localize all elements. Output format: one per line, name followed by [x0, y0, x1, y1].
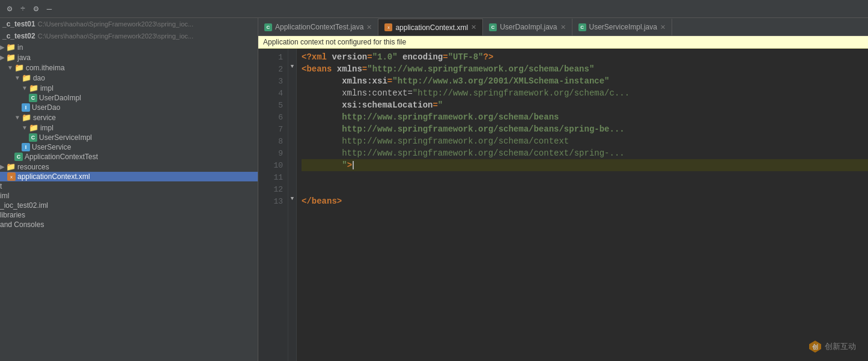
editor-wrapper: 1 2 3 4 5 6 7 8 9 10 11 12 13 ▼ [258, 49, 868, 361]
line-num-2: 2 [258, 63, 288, 75]
minimize-icon[interactable]: — [44, 4, 54, 14]
line-num-10: 10 [258, 159, 288, 171]
xml-pi-enc-attr: encoding [398, 52, 443, 62]
close-quote: " [302, 160, 347, 170]
app-class-icon: C [14, 153, 23, 161]
xml-pi-open: <?xml [302, 52, 332, 62]
main-layout: _c_test01 C:\Users\haohao\SpringFramewor… [0, 18, 868, 361]
url-context: http://www.springframework.org/schema/co… [302, 136, 569, 146]
sidebar-item-label: resources [17, 163, 49, 171]
code-line-12 [302, 183, 868, 195]
cursor [353, 161, 354, 169]
sidebar-item-UserServiceImpl[interactable]: C UserServiceImpl [0, 133, 258, 142]
code-line-5: xsi:schemaLocation=" [302, 99, 868, 111]
arrow-icon [14, 74, 20, 81]
sidebar-item-service[interactable]: 📁 service [0, 112, 258, 123]
sidebar-item-libraries[interactable]: libraries [0, 210, 258, 220]
xml-pi-ver-val: "1.0" [372, 52, 398, 62]
sidebar-item-label: UserService [32, 143, 71, 151]
line-num-12: 12 [258, 183, 288, 195]
sidebar-item-t[interactable]: t [0, 181, 258, 191]
sidebar-item-label: ApplicationContextTest [25, 153, 98, 161]
xmlns-xsi-attr: xmlns:xsi [302, 76, 387, 86]
xml-icon: x [7, 172, 16, 181]
xml-pi-enc-val: "UTF-8" [448, 52, 484, 62]
folder-icon: 📁 [22, 113, 31, 122]
sidebar-item-ApplicationContextTest[interactable]: C ApplicationContextTest [0, 152, 258, 162]
gear-icon[interactable]: ⚙ [31, 4, 41, 14]
code-line-10: "> [302, 159, 868, 171]
beans-close-tag: </beans> [302, 196, 342, 206]
code-content[interactable]: <?xml version="1.0" encoding="UTF-8"?> <… [297, 49, 868, 361]
sidebar-item-in[interactable]: 📁 in [0, 42, 258, 52]
arrow-icon [14, 114, 20, 121]
sidebar-item-label: UserServiceImpl [39, 133, 92, 142]
sidebar-item-impl-service[interactable]: 📁 impl [0, 123, 258, 133]
tab-class-icon: C [578, 23, 586, 31]
sidebar-item-label: impl [40, 124, 53, 132]
sidebar-item-label: UserDao [32, 103, 60, 112]
divide-icon[interactable]: ÷ [18, 4, 28, 14]
tab-close-icon[interactable]: ✕ [660, 23, 666, 31]
sidebar-item-java[interactable]: 📁 java [0, 52, 258, 62]
tab-UserServiceImpl[interactable]: C UserServiceImpl.java ✕ [572, 19, 672, 35]
fold-marker-12 [288, 181, 296, 193]
tab-label: applicationContext.xml [395, 23, 468, 32]
project-entry-2[interactable]: _c_test02 C:\Users\haohao\SpringFramewor… [0, 30, 258, 42]
code-line-6: http://www.springframework.org/schema/be… [302, 111, 868, 123]
sidebar-item-label: in [17, 43, 23, 52]
sidebar-item-applicationContext-xml[interactable]: x applicationContext.xml [0, 172, 258, 181]
code-line-1: <?xml version="1.0" encoding="UTF-8"?> [302, 51, 868, 63]
tab-UserDaoImpl[interactable]: C UserDaoImpl.java ✕ [483, 19, 572, 35]
fold-marker-3 [288, 73, 296, 85]
url-beans-spring: http://www.springframework.org/schema/be… [302, 124, 625, 134]
tab-ApplicationContextTest[interactable]: C ApplicationContextTest.java ✕ [258, 19, 378, 35]
tab-close-icon[interactable]: ✕ [471, 23, 476, 31]
line-numbers: 1 2 3 4 5 6 7 8 9 10 11 12 13 [258, 49, 288, 361]
tab-label: UserServiceImpl.java [589, 23, 657, 31]
project-entry-1[interactable]: _c_test01 C:\Users\haohao\SpringFramewor… [0, 18, 258, 30]
sidebar-item-label: applicationContext.xml [17, 172, 90, 181]
line-num-13: 13 [258, 195, 288, 207]
xml-pi-ver-attr: version [332, 52, 367, 62]
sidebar-item-impl-dao[interactable]: 📁 impl [0, 83, 258, 93]
tab-xml-icon: x [384, 23, 392, 31]
tab-close-icon[interactable]: ✕ [560, 23, 566, 31]
fold-marker-13[interactable]: ▼ [288, 193, 296, 205]
beans-open-tag: <beans [302, 64, 337, 74]
project-name-2: _c_test02 [2, 32, 35, 40]
watermark-label: 创新互动 [825, 341, 856, 352]
url-beans: http://www.springframework.org/schema/be… [302, 112, 559, 122]
settings-icon[interactable]: ⚙ [5, 4, 14, 14]
sidebar-item-UserService[interactable]: I UserService [0, 142, 258, 152]
code-line-8: http://www.springframework.org/schema/co… [302, 135, 868, 147]
sidebar-item-iml[interactable]: iml [0, 191, 258, 201]
project-path-2: C:\Users\haohao\SpringFramework2023\spri… [38, 32, 193, 40]
xsi-attr: xsi:schemaLocation [302, 100, 432, 110]
interface-icon: I [22, 143, 30, 151]
tab-class-icon: C [264, 23, 272, 31]
sidebar-item-UserDaoImpl[interactable]: C UserDaoImpl [0, 93, 258, 103]
project-name-1: _c_test01 [2, 20, 35, 28]
fold-marker-2[interactable]: ▼ [288, 61, 296, 73]
sidebar-item-dao[interactable]: 📁 dao [0, 73, 258, 83]
class-icon: C [29, 133, 37, 142]
code-line-4: xmlns:context="http://www.springframewor… [302, 87, 868, 99]
arrow-icon [22, 124, 28, 131]
sidebar-item-ioc-test02-iml[interactable]: _ioc_test02.iml [0, 201, 258, 210]
sidebar-item-resources[interactable]: 📁 resources [0, 162, 258, 172]
xmlns-ctx-attr: xmlns:context [302, 88, 407, 98]
xsi-val-open: " [438, 100, 443, 110]
tab-applicationContext-xml[interactable]: x applicationContext.xml ✕ [378, 19, 483, 35]
xmlns-ctx-val: "http://www.springframework.org/schema/ [413, 88, 610, 98]
arrow-icon [22, 85, 28, 91]
sidebar-item-and-consoles[interactable]: and Consoles [0, 220, 258, 229]
interface-icon: I [22, 103, 30, 112]
code-line-11 [302, 171, 868, 183]
sidebar-item-com-itheima[interactable]: 📁 com.itheima [0, 62, 258, 73]
code-editor[interactable]: 1 2 3 4 5 6 7 8 9 10 11 12 13 ▼ [258, 49, 868, 361]
info-bar: Application context not configured for t… [258, 36, 868, 49]
sidebar-item-label: _ioc_test02.iml [0, 201, 48, 210]
sidebar-item-UserDao[interactable]: I UserDao [0, 103, 258, 112]
tab-close-icon[interactable]: ✕ [366, 23, 372, 31]
